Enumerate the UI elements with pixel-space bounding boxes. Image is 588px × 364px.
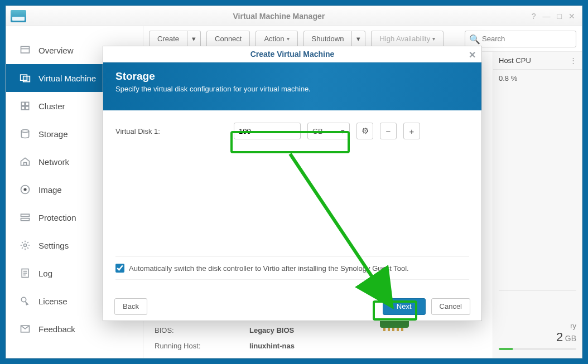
svg-rect-3: [23, 76, 30, 82]
action-button[interactable]: Action: [256, 31, 297, 47]
gear-icon: ⚙: [362, 126, 369, 136]
svg-rect-11: [21, 214, 30, 216]
high-availability-button[interactable]: High Availability: [371, 31, 444, 47]
resource-label: ry: [570, 322, 576, 330]
sidebar-item-label: Feedback: [38, 324, 75, 334]
close-icon[interactable]: ✕: [568, 12, 575, 21]
connect-button[interactable]: Connect: [206, 31, 250, 47]
svg-point-8: [21, 130, 28, 133]
bios-value: Legacy BIOS: [249, 326, 294, 334]
svg-point-13: [24, 244, 27, 247]
create-vm-modal: Create Virtual Machine ✕ Storage Specify…: [103, 46, 482, 321]
modal-close-icon[interactable]: ✕: [469, 50, 476, 60]
sidebar-item-label: Network: [38, 157, 69, 167]
virtual-disk-size-input[interactable]: [234, 123, 301, 139]
titlebar: Virtual Machine Manager ? — □ ✕: [6, 6, 582, 26]
resource-unit: GB: [565, 334, 576, 343]
sidebar-item-label: Log: [38, 269, 52, 278]
remove-disk-button[interactable]: −: [380, 123, 397, 139]
sidebar-item-label: Storage: [38, 129, 68, 139]
modal-title-bar: Create Virtual Machine ✕: [103, 46, 481, 62]
search-input[interactable]: [465, 31, 576, 47]
svg-rect-5: [26, 102, 29, 105]
modal-hero: Storage Specify the virtual disk configu…: [103, 62, 481, 110]
plus-icon: +: [409, 127, 415, 136]
add-disk-button[interactable]: +: [403, 123, 420, 139]
modal-title: Create Virtual Machine: [250, 50, 335, 59]
shutdown-button[interactable]: Shutdown: [303, 31, 353, 47]
bios-label: BIOS:: [155, 326, 249, 334]
minus-icon: −: [386, 127, 391, 136]
running-host-label: Running Host:: [155, 342, 249, 350]
virtual-disk-unit-select[interactable]: GB ▾: [307, 123, 350, 139]
chevron-down-icon: ▾: [341, 127, 345, 135]
svg-rect-12: [21, 219, 30, 221]
svg-point-10: [24, 188, 27, 191]
minimize-icon[interactable]: —: [543, 12, 551, 21]
maximize-icon[interactable]: □: [557, 12, 562, 21]
sidebar-item-label: Image: [38, 185, 62, 195]
modal-hero-title: Storage: [115, 70, 469, 82]
resource-value: 2: [556, 330, 563, 344]
running-host-value: linuxhint-nas: [249, 342, 295, 350]
auto-switch-label: Automatically switch the disk controller…: [129, 264, 409, 273]
host-cpu-value: 0.8 %: [493, 70, 582, 87]
sidebar-item-label: Protection: [38, 213, 76, 222]
auto-switch-checkbox[interactable]: [115, 264, 124, 273]
window-title: Virtual Machine Manager: [26, 12, 532, 21]
shutdown-dropdown-icon[interactable]: ▾: [352, 31, 365, 47]
search-box: 🔍: [465, 31, 576, 47]
sidebar-item-label: License: [38, 297, 68, 306]
stats-header: Host CPU: [499, 56, 531, 65]
create-dropdown-icon[interactable]: ▾: [187, 31, 201, 47]
cancel-button[interactable]: Cancel: [431, 298, 470, 315]
disk-settings-button[interactable]: ⚙: [356, 123, 373, 139]
next-button[interactable]: Next: [383, 298, 426, 315]
help-icon[interactable]: ?: [532, 12, 536, 21]
app-icon: [11, 10, 26, 22]
vm-details: BIOS: Legacy BIOS Running Host: linuxhin…: [155, 322, 295, 353]
sidebar-item-label: Overview: [38, 46, 74, 55]
sidebar-item-label: Cluster: [38, 101, 65, 111]
stats-panel: Host CPU ⋮ 0.8 % ry 2 GB: [493, 52, 582, 358]
svg-rect-4: [21, 102, 25, 105]
back-button[interactable]: Back: [114, 298, 147, 315]
svg-rect-0: [21, 46, 30, 53]
search-icon: 🔍: [469, 34, 480, 45]
unit-value: GB: [312, 127, 323, 135]
sidebar-item-label: Virtual Machine: [38, 74, 96, 83]
virtual-disk-label: Virtual Disk 1:: [115, 127, 227, 135]
svg-rect-7: [26, 106, 29, 110]
modal-hero-subtitle: Specify the virtual disk configuration f…: [115, 85, 469, 93]
stats-menu-icon[interactable]: ⋮: [570, 56, 576, 65]
resource-bar: [499, 348, 576, 350]
sidebar-item-label: Settings: [38, 241, 69, 250]
svg-rect-6: [21, 106, 25, 110]
create-button[interactable]: Create: [149, 31, 187, 47]
